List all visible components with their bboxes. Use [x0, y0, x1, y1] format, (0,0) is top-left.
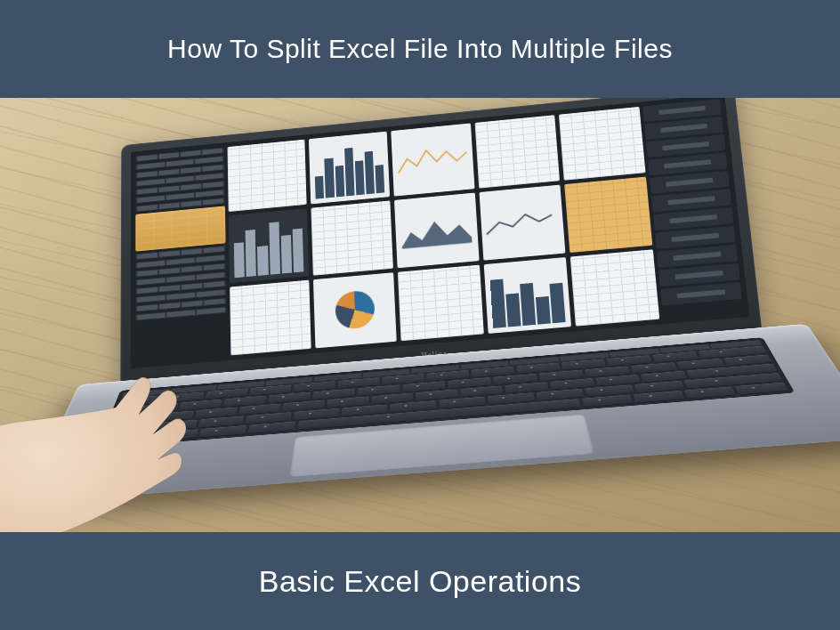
- pie-chart-icon: [335, 290, 376, 331]
- tile-yellow-grid: [564, 177, 652, 253]
- laptop-screen: [131, 98, 750, 368]
- screen-left-column: [135, 148, 227, 364]
- tile-spreadsheet: [474, 115, 560, 189]
- subtitle-banner: Basic Excel Operations: [0, 532, 840, 630]
- tile-spreadsheet: [311, 201, 394, 276]
- page-subtitle: Basic Excel Operations: [259, 564, 582, 599]
- tile-line-chart: [392, 123, 474, 196]
- laptop: Haliox: [60, 98, 840, 532]
- tile-bars: [309, 132, 390, 205]
- title-banner: How To Split Excel File Into Multiple Fi…: [0, 0, 840, 98]
- tile-spreadsheet: [228, 140, 307, 213]
- tile-spreadsheet: [398, 264, 483, 341]
- page-title: How To Split Excel File Into Multiple Fi…: [167, 34, 673, 64]
- hero-photo: Haliox: [0, 98, 840, 532]
- tile-bars: [483, 257, 570, 334]
- tile-spreadsheet: [230, 279, 311, 355]
- tile-spreadsheet: [559, 107, 646, 181]
- tile-line-chart: [479, 185, 565, 260]
- screen-right-column: [642, 99, 743, 319]
- tile-spreadsheet: [569, 249, 659, 327]
- screen-center-grid: [228, 107, 660, 355]
- tile-dark-bars: [229, 208, 310, 282]
- yellow-data-block: [135, 206, 225, 251]
- tile-area-chart: [394, 193, 479, 268]
- tile-pie-chart: [313, 272, 397, 348]
